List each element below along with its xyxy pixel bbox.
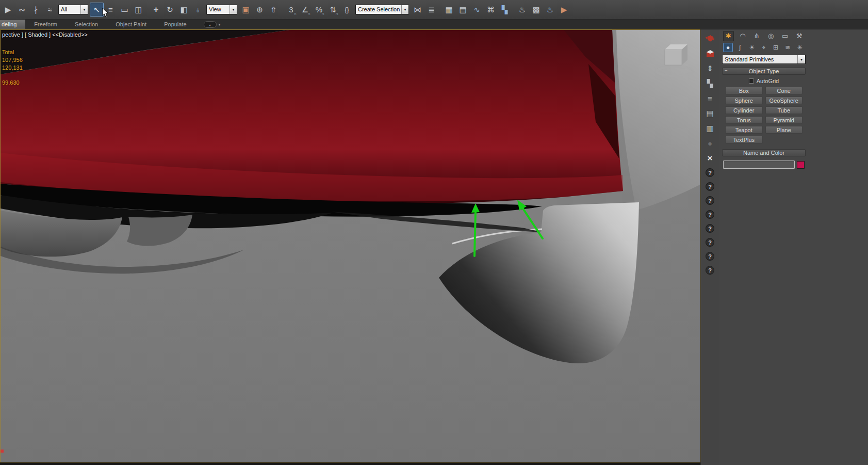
magnet-icon: ∩ [307,11,310,16]
snap-glyph: 3 [289,5,293,14]
schematic-view-icon[interactable]: ⌘ [484,3,498,17]
named-selection-set-combo[interactable]: Create Selection Se ▾ [355,5,409,14]
checker-icon[interactable]: ▚ [705,78,715,88]
select-and-rotate-icon[interactable]: ↻ [163,3,177,17]
toggle-layer-explorer-icon[interactable]: ▤ [456,3,470,17]
select-and-scale-icon[interactable]: ◧ [177,3,191,17]
container-icon[interactable] [705,49,715,58]
object-type-buttons: Box Cone Sphere GeoSphere Cylinder Tube … [722,85,806,147]
category-systems-icon[interactable]: ✳ [795,43,805,52]
tab-create[interactable]: ✱ [723,31,734,41]
spinner-snap-toggle-icon[interactable]: ⇅∩ [326,3,340,17]
help-icon[interactable]: ? [706,168,714,177]
sphere-button[interactable]: Sphere [725,97,763,104]
unlink-selection-icon[interactable]: ∤ [29,3,43,17]
dropdown-arrow-icon: ▾ [797,55,805,63]
selection-region-icon[interactable]: ▭ [118,3,132,17]
ribbon-tab-object-paint[interactable]: Object Paint [107,20,155,29]
collapse-icon: − [725,149,728,155]
pyramid-button[interactable]: Pyramid [765,116,803,124]
help-icon[interactable]: ? [706,238,714,247]
select-object-icon[interactable]: ↖ [90,3,104,17]
tab-motion[interactable]: ◎ [765,31,776,41]
reference-coordinate-dropdown[interactable]: View ▾ [206,5,237,14]
close-icon[interactable]: × [705,153,715,163]
plane-button[interactable]: Plane [765,126,803,134]
layers-icon[interactable]: ≡ [705,93,715,103]
sphere-icon[interactable]: ● [705,138,715,148]
percent-snap-toggle-icon[interactable]: %∩ [312,3,326,17]
main-toolbar: ▶ ∾ ∤ ≈ All ▾ ↖ ≡ ▭ ◫ + ↻ ◧ ♁ View ▾ ▣ ⊕… [0,0,868,20]
ribbon-tab-selection[interactable]: Selection [66,20,107,29]
tab-modify[interactable]: ◠ [737,31,748,41]
object-type-rollout-header[interactable]: − Object Type [722,68,806,75]
help-icon[interactable]: ? [706,252,714,261]
select-and-move-icon[interactable]: + [149,3,163,17]
curve-editor-icon[interactable]: ∿ [470,3,484,17]
help-icon[interactable]: ? [706,224,714,233]
partial-left-icon[interactable]: ▶ [1,3,15,17]
render-setup-icon[interactable]: ♨ [515,3,529,17]
cone-button[interactable]: Cone [765,87,803,94]
select-and-link-icon[interactable]: ∾ [15,3,29,17]
snaps-toggle-3d-icon[interactable]: 3∩ [284,3,298,17]
box-button[interactable]: Box [725,87,763,94]
viewport-label[interactable]: pective ] [ Shaded ] <<Disabled>> [2,31,88,38]
category-cameras-icon[interactable]: ⌖ [759,43,768,52]
rendered-frame-window-icon[interactable]: ▩ [529,3,543,17]
object-name-field[interactable] [723,161,795,169]
ribbon-tab-freeform[interactable]: Freeform [25,20,66,29]
tab-utilities[interactable]: ⚒ [794,31,805,41]
use-pivot-point-center-icon[interactable]: ▣ [239,3,253,17]
window-crossing-icon[interactable]: ◫ [132,3,145,17]
ribbon-minimize-button[interactable]: ⌄ [204,21,217,28]
toggle-scene-explorer-icon[interactable]: ▦ [442,3,456,17]
viewcube-front-face[interactable] [665,50,682,65]
create-category-row: ● ∫ ☀ ⌖ ⊞ ≋ ✳ [722,42,806,53]
perspective-viewport[interactable]: pective ] [ Shaded ] <<Disabled>> Total … [0,29,700,462]
tube-button[interactable]: Tube [765,106,803,114]
ribbon-tab-populate[interactable]: Populate [155,20,195,29]
pattern-icon[interactable]: ▥ [705,123,715,133]
help-icon[interactable]: ? [706,196,714,205]
object-color-swatch[interactable] [797,161,805,169]
cylinder-button[interactable]: Cylinder [725,106,763,114]
teapot-button[interactable]: Teapot [725,126,763,134]
mirror-icon[interactable]: ⋈ [411,3,424,17]
category-lights-icon[interactable]: ☀ [747,43,757,52]
category-shapes-icon[interactable]: ∫ [735,43,745,52]
align-icon[interactable]: ≣ [424,3,438,17]
help-icon[interactable]: ? [706,266,714,275]
category-geometry-icon[interactable]: ● [723,43,733,52]
category-space-warps-icon[interactable]: ≋ [783,43,793,52]
torus-button[interactable]: Torus [725,116,763,124]
tab-hierarchy[interactable]: ⋔ [751,31,762,41]
tab-display[interactable]: ▭ [780,31,791,41]
select-and-place-icon[interactable]: ♁ [191,3,205,17]
angle-snap-toggle-icon[interactable]: ∠∩ [298,3,312,17]
autogrid-checkbox[interactable] [749,78,754,84]
empty-panel-area [809,29,868,465]
category-helpers-icon[interactable]: ⊞ [771,43,781,52]
primitive-category-dropdown[interactable]: Standard Primitives ▾ [722,55,806,64]
selection-filter-dropdown[interactable]: All ▾ [58,5,88,14]
render-production-icon[interactable]: ♨ [543,3,557,17]
material-editor-icon[interactable]: ▚ [498,3,512,17]
help-icon[interactable]: ? [706,182,714,191]
help-icon[interactable]: ? [706,210,714,219]
keyboard-shortcut-override-icon[interactable]: ⇧ [267,3,281,17]
render-flyout-icon[interactable]: ▶ [557,3,571,17]
ribbon-minimize-caret-icon[interactable]: ▾ [219,22,221,27]
name-color-row [722,158,806,171]
ribbon-tab-modeling[interactable]: deling [0,20,25,29]
transform-arrows-icon[interactable]: ⇕ [705,63,715,73]
name-color-rollout-header[interactable]: − Name and Color [722,149,806,156]
bind-to-space-warp-icon[interactable]: ≈ [43,3,57,17]
select-and-manipulate-icon[interactable]: ⊕ [253,3,267,17]
teapot-icon[interactable] [705,34,715,43]
select-by-name-icon[interactable]: ≡ [104,3,118,17]
bricks-icon[interactable]: ▤ [705,108,715,118]
geosphere-button[interactable]: GeoSphere [765,97,803,104]
edit-named-selection-sets-icon[interactable]: {} [340,3,354,17]
textplus-button[interactable]: TextPlus [725,136,763,143]
